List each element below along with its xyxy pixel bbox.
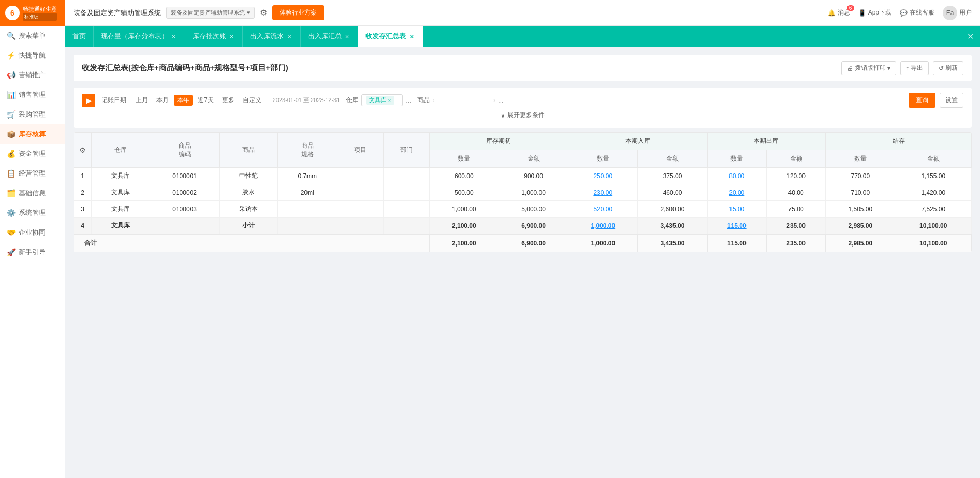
print-button[interactable]: 🖨 拨销版打印 ▾ <box>841 61 896 75</box>
row-warehouse: 文具库 <box>92 168 150 184</box>
tab-inout-flow-close[interactable]: × <box>286 32 293 41</box>
trial-button[interactable]: 体验行业方案 <box>272 5 324 20</box>
tab-batch-close[interactable]: × <box>228 32 236 41</box>
basic-icon: 🗂️ <box>6 189 16 197</box>
warehouse-more-dots[interactable]: ... <box>406 97 411 104</box>
col-balance-qty-header: 数量 <box>826 150 895 168</box>
refresh-button[interactable]: ↺ 刷新 <box>933 61 963 75</box>
tab-batch[interactable]: 库存批次账 × <box>185 26 243 47</box>
col-project-header: 项目 <box>337 133 383 168</box>
col-out-header: 本期出库 <box>707 133 826 150</box>
col-opening-header: 库存期初 <box>429 133 568 150</box>
sidebar-item-operation[interactable]: 📋经营管理 <box>0 164 65 183</box>
settings-icon[interactable]: ⚙ <box>260 8 267 18</box>
row-code: 0100002 <box>150 184 219 201</box>
row-warehouse: 文具库 <box>92 201 150 218</box>
sidebar-item-label-enterprise: 企业协同 <box>19 228 46 237</box>
tab-inout-summary[interactable]: 出入库汇总 × <box>301 26 359 47</box>
col-opening-amt-header: 金额 <box>499 150 568 168</box>
marketing-icon: 📢 <box>6 71 16 79</box>
warehouse-tag-remove[interactable]: × <box>388 97 391 104</box>
notifications-btn[interactable]: 🔔 消息 6 <box>828 8 850 17</box>
table-settings-button[interactable]: ⚙ <box>79 146 86 154</box>
tab-close-all-btn[interactable]: ✕ <box>965 30 976 44</box>
row-balance-amt: 1,420.00 <box>895 184 972 201</box>
date-btn-custom[interactable]: 自定义 <box>240 95 265 106</box>
col-warehouse-header: 仓库 <box>92 133 150 168</box>
system-icon: ⚙️ <box>6 209 16 217</box>
col-in-qty-header: 数量 <box>568 150 638 168</box>
operation-icon: 📋 <box>6 169 16 178</box>
filter-expand-button[interactable]: ▶ <box>82 94 95 107</box>
row-opening-amt: 5,000.00 <box>499 201 568 218</box>
table-row: 1 文具库 0100001 中性笔 0.7mm 600.00 900.00 25… <box>74 168 972 184</box>
tab-home[interactable]: 首页 <box>65 26 94 47</box>
query-button[interactable]: 查询 <box>909 93 935 108</box>
expand-more-button[interactable]: ∨ 展开更多条件 <box>501 111 545 120</box>
topbar-left: 装备及固定资产辅助管理系统 装备及固定资产辅助管理系统 ▾ ⚙ 体验行业方案 <box>74 5 324 20</box>
tab-inout-summary-close[interactable]: × <box>344 32 351 41</box>
date-btn-more[interactable]: 更多 <box>219 95 238 106</box>
row-dept <box>383 184 429 201</box>
total-in-qty: 1,000.00 <box>568 234 638 252</box>
row-spec <box>278 218 337 235</box>
date-btn-prev-month[interactable]: 上月 <box>133 95 151 106</box>
table-container: ⚙ 仓库 商品编码 商品 商品规格 项目 部门 库存期初 本期入库 本期出库 结… <box>74 132 972 252</box>
row-balance-qty: 1,505.00 <box>826 201 895 218</box>
filter-settings-button[interactable]: 设置 <box>940 93 963 108</box>
sales-icon: 📊 <box>6 91 16 99</box>
sidebar-item-label-quick: 快捷导航 <box>19 51 46 60</box>
app-logo: 6 畅捷通好生意 标准版 <box>0 0 65 26</box>
tab-stock-close[interactable]: × <box>170 32 178 41</box>
row-code <box>150 218 219 235</box>
data-table: ⚙ 仓库 商品编码 商品 商品规格 项目 部门 库存期初 本期入库 本期出库 结… <box>74 132 972 252</box>
goods-tag-group[interactable] <box>433 99 495 102</box>
tab-recv-summary-label: 收发存汇总表 <box>365 32 406 41</box>
sidebar-item-enterprise[interactable]: 🤝企业协同 <box>0 223 65 242</box>
filter-row: ▶ 记账日期 上月 本月 本年 近7天 更多 自定义 2023-01-01 至 … <box>82 93 963 108</box>
warehouse-tag-group[interactable]: 文具库 × <box>361 94 403 106</box>
service-icon: 💬 <box>900 9 908 17</box>
date-btn-7days[interactable]: 近7天 <box>195 95 217 106</box>
row-project <box>337 218 383 235</box>
enterprise-icon: 🤝 <box>6 228 16 237</box>
sidebar-item-quick[interactable]: ⚡快捷导航 <box>0 46 65 65</box>
sidebar-nav: 🔍搜索菜单⚡快捷导航📢营销推广📊销售管理🛒采购管理📦库存核算💰资金管理📋经营管理… <box>0 26 65 478</box>
sidebar-item-system[interactable]: ⚙️系统管理 <box>0 203 65 223</box>
sidebar-item-guide[interactable]: 🚀新手引导 <box>0 242 65 262</box>
tab-inout-flow[interactable]: 出入库流水 × <box>243 26 301 47</box>
row-opening-qty: 2,100.00 <box>429 218 499 235</box>
date-btn-this-year[interactable]: 本年 <box>174 95 193 106</box>
online-service-btn[interactable]: 💬 在线客服 <box>900 8 934 17</box>
app-download-btn[interactable]: 📱 App下载 <box>858 8 891 17</box>
table-row: 3 文具库 0100003 采访本 1,000.00 5,000.00 520.… <box>74 201 972 218</box>
sidebar-item-purchase[interactable]: 🛒采购管理 <box>0 105 65 124</box>
system-name-label: 装备及固定资产辅助管理系统 <box>74 8 161 18</box>
sidebar-item-basic[interactable]: 🗂️基础信息 <box>0 183 65 203</box>
date-btn-this-month[interactable]: 本月 <box>153 95 172 106</box>
row-name: 胶水 <box>220 184 278 201</box>
logo-icon: 6 <box>5 6 20 20</box>
date-range-display: 2023-01-01 至 2023-12-31 <box>273 96 340 104</box>
user-menu[interactable]: Ea 用户 <box>943 6 972 20</box>
tab-stock[interactable]: 现存量（库存分布表） × <box>94 26 185 47</box>
col-balance-amt-header: 金额 <box>895 150 972 168</box>
col-in-amt-header: 金额 <box>638 150 707 168</box>
row-spec <box>278 201 337 218</box>
sidebar-item-finance[interactable]: 💰资金管理 <box>0 144 65 164</box>
row-out-amt: 75.00 <box>766 201 825 218</box>
expand-more-row: ∨ 展开更多条件 <box>82 108 963 123</box>
tab-recv-summary-close[interactable]: × <box>408 32 415 41</box>
export-button[interactable]: ↑ 导出 <box>900 61 929 75</box>
total-opening-amt: 6,900.00 <box>499 234 568 252</box>
sidebar-item-sales[interactable]: 📊销售管理 <box>0 85 65 105</box>
row-spec: 20ml <box>278 184 337 201</box>
system-dropdown[interactable]: 装备及固定资产辅助管理系统 ▾ <box>166 7 255 19</box>
row-code: 0100001 <box>150 168 219 184</box>
sidebar-item-inventory[interactable]: 📦库存核算 <box>0 124 65 144</box>
sidebar-item-search[interactable]: 🔍搜索菜单 <box>0 26 65 46</box>
tab-recv-summary[interactable]: 收发存汇总表 × <box>358 26 423 47</box>
sidebar-item-marketing[interactable]: 📢营销推广 <box>0 65 65 85</box>
row-out-amt: 40.00 <box>766 184 825 201</box>
goods-more-dots[interactable]: ... <box>498 97 503 104</box>
